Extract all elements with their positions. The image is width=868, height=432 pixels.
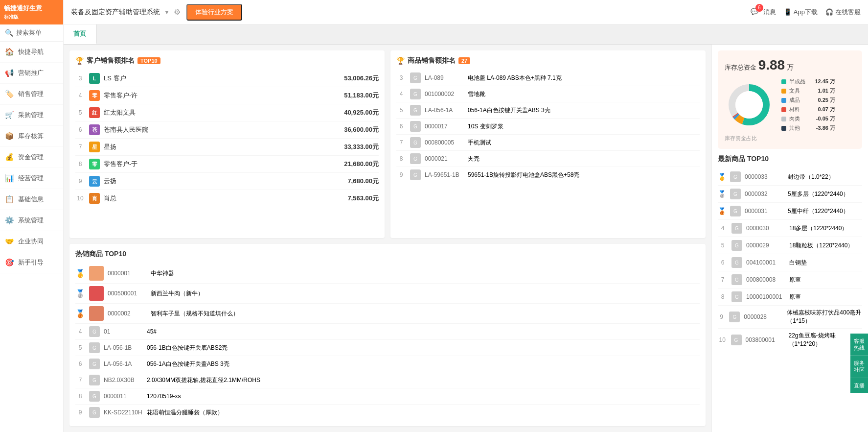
list-item: 9 云 云扬 7,680.00元 [75, 173, 379, 190]
sidebar-item-collab[interactable]: 🤝 企业协同 [0, 231, 63, 252]
inventory-icon: 📦 [5, 132, 14, 141]
sidebar-item-label: 资金管理 [18, 153, 44, 162]
app-edition: 标准版 [4, 14, 42, 20]
list-item: 8 G 0000011 12070519-xs [75, 388, 700, 405]
svg-point-5 [735, 91, 763, 119]
search-label: 搜索菜单 [16, 28, 42, 37]
latest-products-section: 最新商品 TOP10 🥇 G 0000033 封边带（1.0*22） 🥈 G 0… [718, 155, 862, 351]
product-thumbnail: G [730, 171, 741, 182]
sidebar-item-system[interactable]: ⚙️ 系统管理 [0, 210, 63, 231]
topbar-right: 💬 6 消息 📱 App下载 🎧 在线客服 [751, 8, 861, 17]
online-service-button[interactable]: 🎧 在线客服 [825, 8, 861, 17]
rank3-trophy: 🥉 [75, 309, 85, 318]
operations-icon: 📊 [5, 174, 14, 183]
list-item: 4 G 01 45# [75, 324, 700, 340]
sidebar-item-label: 库存核算 [18, 132, 44, 141]
sidebar-item-inventory[interactable]: 📦 库存核算 [0, 126, 63, 147]
sidebar-item-label: 新手引导 [18, 258, 44, 267]
product-thumbnail: G [89, 342, 100, 353]
basics-icon: 📋 [5, 195, 14, 204]
notification-badge: 6 [755, 4, 763, 12]
sidebar-item-operations[interactable]: 📊 经营管理 [0, 168, 63, 189]
sidebar-item-quicknav[interactable]: 🏠 快捷导航 [0, 42, 63, 63]
sidebar-item-finance[interactable]: 💰 资金管理 [0, 147, 63, 168]
live-broadcast-button[interactable]: 直播 [850, 378, 868, 393]
top-customers-card: 🏆 客户销售额排名 TOP10 3 L LS 客户 53,006.26元 4 零 [69, 50, 385, 238]
finance-icon: 💰 [5, 153, 14, 162]
list-item: 7 G 000800005 手机测试 [396, 135, 700, 151]
product-thumbnail: G [410, 153, 421, 164]
product-thumbnail: G [89, 326, 100, 337]
purchase-icon: 🛒 [5, 111, 14, 120]
list-item: 🥈 000500001 新西兰牛肉（新牛） [75, 284, 700, 304]
float-service-panel: 客服热线 服务社区 直播 [850, 334, 868, 393]
home-icon: 🏠 [5, 48, 14, 56]
product-thumbnail: G [731, 291, 742, 302]
avatar: 红 [89, 107, 100, 118]
app-download-button[interactable]: 📱 App下载 [784, 8, 818, 17]
product-thumbnail: G [410, 121, 421, 132]
sidebar-item-marketing[interactable]: 📢 营销推广 [0, 63, 63, 84]
topbar: 装备及固定资产辅助管理系统 ▼ ⚙ 体验行业方案 💬 6 消息 📱 App下载 … [64, 0, 868, 24]
list-item: 8 G 0000021 夹壳 [396, 151, 700, 167]
list-item: 8 零 零售客户-于 21,680.00元 [75, 156, 379, 173]
inventory-unit: 万 [787, 63, 794, 71]
donut-chart-area: 半成品 12.45 万 文具 1.01 万 成品 0.25 万 [725, 78, 855, 132]
product-thumbnail: G [89, 391, 100, 402]
tab-home[interactable]: 首页 [64, 24, 96, 44]
avatar: 零 [89, 159, 100, 169]
avatar: 零 [89, 90, 100, 101]
sidebar-item-sales[interactable]: 🏷️ 销售管理 [0, 84, 63, 105]
system-selector[interactable]: 装备及固定资产辅助管理系统 ▼ [71, 8, 170, 17]
list-item: 5 G LA-056-1B 056-1B白色按键开关底ABS2壳 [75, 340, 700, 356]
system-icon: ⚙️ [5, 216, 14, 225]
avatar: 云 [89, 176, 100, 187]
list-item: 9 G LA-59651-1B 59651-1B旋转投影灯电池盒ABS黑色+58… [396, 167, 700, 183]
gear-icon[interactable]: ⚙ [174, 7, 181, 17]
app-name: 畅捷通好生意 [4, 4, 42, 13]
inventory-legend: 半成品 12.45 万 文具 1.01 万 成品 0.25 万 [781, 78, 835, 132]
product-thumbnail: G [731, 257, 742, 268]
top-customers-title: 🏆 客户销售额排名 TOP10 [75, 56, 379, 65]
avatar: 星 [89, 142, 100, 152]
search-menu[interactable]: 🔍 搜索菜单 [0, 24, 63, 42]
list-item: 3 G LA-089 电池盖 LA-089 ABS本色+黑种 7.1克 [396, 70, 700, 86]
sidebar-item-basics[interactable]: 📋 基础信息 [0, 189, 63, 210]
avatar: 苍 [89, 124, 100, 135]
left-mid-panel: 🏆 客户销售额排名 TOP10 3 L LS 客户 53,006.26元 4 零 [64, 45, 711, 432]
list-item: 4 G 0000030 18多层（1220*2440） [718, 220, 862, 237]
legend-item: 肉类 -0.05 万 [781, 115, 835, 122]
customer-service-button[interactable]: 客服热线 [850, 334, 868, 356]
avatar: L [89, 73, 100, 84]
product-thumbnail: G [731, 223, 742, 234]
rank1-trophy: 🥇 [75, 269, 85, 278]
product-thumbnail: G [410, 169, 421, 180]
notifications-button[interactable]: 💬 6 消息 [751, 8, 776, 17]
legend-item: 文具 1.01 万 [781, 87, 835, 95]
sidebar-item-guide[interactable]: 🎯 新手引导 [0, 252, 63, 273]
inventory-card: 库存总资金 9.88 万 [718, 50, 862, 149]
product-thumbnail: G [729, 312, 740, 322]
collab-icon: 🤝 [5, 237, 14, 246]
sidebar-item-label: 采购管理 [18, 111, 44, 120]
list-item: 7 G 000800008 原查 [718, 271, 862, 288]
list-item: 9 G KK-SD22110H 花语萌恒温分腿睡袋（厚款） [75, 405, 700, 420]
right-panel: 库存总资金 9.88 万 [711, 45, 868, 432]
list-item: 7 星 星扬 33,333.00元 [75, 139, 379, 156]
product-thumbnail: G [410, 105, 421, 116]
hot-products-title: 热销商品 TOP10 [75, 250, 700, 259]
top-selling-products-card: 🏆 商品销售额排名 27 3 G LA-089 电池盖 LA-089 ABS本色… [390, 50, 706, 238]
list-item: 6 苍 苍南县人民医院 36,600.00元 [75, 121, 379, 139]
system-title: 装备及固定资产辅助管理系统 [71, 8, 160, 17]
marketing-icon: 📢 [5, 69, 14, 77]
service-community-button[interactable]: 服务社区 [850, 356, 868, 378]
list-item: 3 L LS 客户 53,006.26元 [75, 70, 379, 87]
trial-button[interactable]: 体验行业方案 [186, 4, 242, 21]
sidebar-item-purchase[interactable]: 🛒 采购管理 [0, 105, 63, 126]
legend-item: 成品 0.25 万 [781, 96, 835, 104]
product-thumbnail: G [89, 375, 100, 385]
product-thumbnail: G [89, 407, 100, 418]
headset-icon: 🎧 [825, 8, 833, 16]
product-thumbnail: G [89, 359, 100, 369]
tabbar: 首页 [64, 24, 868, 45]
